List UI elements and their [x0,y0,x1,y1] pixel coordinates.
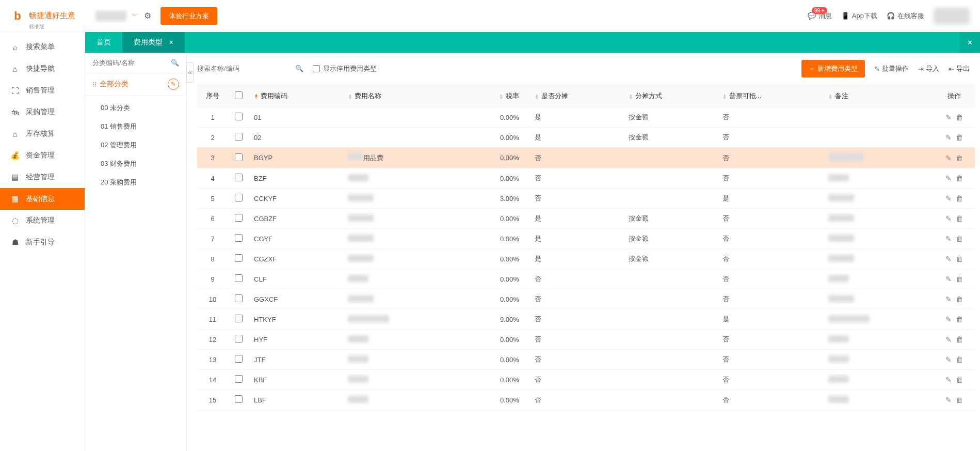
delete-row-icon[interactable]: 🗑 [956,255,963,263]
sidebar-item-3[interactable]: 🛍采购管理 [0,101,85,123]
add-expense-type-button[interactable]: ＋ 新增费用类型 [801,60,865,77]
row-checkbox[interactable] [235,395,243,403]
edit-row-icon[interactable]: ✎ [945,396,952,404]
col-rate[interactable]: ▲▼税率 [453,85,529,107]
col-allocate[interactable]: ▲▼是否分摊 [529,85,623,107]
row-checkbox[interactable] [235,234,243,242]
edit-row-icon[interactable]: ✎ [945,295,952,303]
gear-icon[interactable]: ⚙ [144,11,151,21]
batch-operations-link[interactable]: ✎批量操作 [874,64,909,73]
delete-row-icon[interactable]: 🗑 [956,315,963,323]
edit-row-icon[interactable]: ✎ [945,275,952,283]
table-row[interactable]: 1010.00%是按金额否✎🗑 [197,107,975,128]
table-row[interactable]: 5CCKYF3.00%否是✎🗑 [197,189,975,209]
delete-row-icon[interactable]: 🗑 [956,214,963,223]
delete-row-icon[interactable]: 🗑 [956,355,963,364]
sidebar-item-9[interactable]: ☗新手引导 [0,231,85,253]
edit-row-icon[interactable]: ✎ [945,376,952,384]
row-checkbox[interactable] [235,133,243,141]
delete-row-icon[interactable]: 🗑 [956,174,963,182]
table-row[interactable]: 13JTF0.00%否否✎🗑 [197,350,975,370]
all-categories[interactable]: ⁝⁝ 全部分类 [92,80,128,89]
row-checkbox[interactable] [235,194,243,201]
edit-row-icon[interactable]: ✎ [945,315,952,323]
messages-link[interactable]: 💬 消息 99 + [808,11,832,21]
col-method[interactable]: ▲▼分摊方式 [623,85,717,107]
row-checkbox[interactable] [235,174,243,181]
sidebar-item-7[interactable]: ▦基础信息 [0,188,85,210]
tab-1[interactable]: 费用类型✕ [122,32,185,53]
user-avatar-redacted[interactable] [934,8,970,24]
category-item-2[interactable]: 02 管理费用 [85,136,186,154]
edit-row-icon[interactable]: ✎ [945,133,952,142]
sidebar-item-4[interactable]: ⌂库存核算 [0,123,85,145]
edit-row-icon[interactable]: ✎ [945,255,952,263]
row-checkbox[interactable] [235,375,243,383]
edit-row-icon[interactable]: ✎ [945,235,952,243]
trial-button[interactable]: 体验行业方案 [160,7,217,25]
edit-row-icon[interactable]: ✎ [945,335,952,344]
sidebar-item-1[interactable]: ⌂快捷导航 [0,58,85,80]
edit-row-icon[interactable]: ✎ [945,154,952,162]
org-selector[interactable]: ﹀ [95,11,138,21]
sidebar-item-6[interactable]: ▤经营管理 [0,166,85,188]
support-link[interactable]: 🎧 在线客服 [887,11,924,21]
table-row[interactable]: 6CGBZF0.00%是按金额否✎🗑 [197,209,975,229]
sidebar-item-5[interactable]: 💰资金管理 [0,145,85,166]
table-row[interactable]: 8CGZXF0.00%是按金额否✎🗑 [197,249,975,269]
delete-row-icon[interactable]: 🗑 [956,133,963,142]
edit-row-icon[interactable]: ✎ [945,113,952,121]
table-row[interactable]: 12HYF0.00%否否✎🗑 [197,330,975,350]
table-row[interactable]: 3BGYP用品费0.00%否否✎🗑 [197,148,975,168]
close-icon[interactable]: ✕ [169,39,173,46]
table-row[interactable]: 10GGXCF0.00%否否✎🗑 [197,289,975,309]
row-checkbox[interactable] [235,335,243,343]
select-all-checkbox[interactable] [235,91,243,99]
delete-row-icon[interactable]: 🗑 [956,275,963,283]
table-row[interactable]: 14KBF0.00%否否✎🗑 [197,370,975,390]
col-remark[interactable]: ▲▼备注 [823,85,934,107]
category-item-4[interactable]: 20 采购费用 [85,173,186,192]
import-link[interactable]: ⇥导入 [918,64,939,73]
sidebar-item-8[interactable]: ◌系统管理 [0,210,85,231]
show-disabled-checkbox[interactable]: 显示停用费用类型 [313,64,377,73]
delete-row-icon[interactable]: 🗑 [956,376,963,384]
delete-row-icon[interactable]: 🗑 [956,113,963,121]
table-row[interactable]: 2020.00%是按金额否✎🗑 [197,128,975,148]
category-item-3[interactable]: 03 财务费用 [85,154,186,173]
delete-row-icon[interactable]: 🗑 [956,396,963,404]
col-select-all[interactable] [228,85,249,107]
edit-category-button[interactable]: ✎ [168,79,179,90]
sidebar-item-0[interactable]: ⌕搜索菜单 [0,36,85,58]
row-checkbox[interactable] [235,315,243,322]
row-checkbox[interactable] [235,214,243,222]
delete-row-icon[interactable]: 🗑 [956,295,963,303]
category-item-1[interactable]: 01 销售费用 [85,117,186,136]
col-code[interactable]: ▲▼费用编码 [249,85,343,107]
table-row[interactable]: 9CLF0.00%否否✎🗑 [197,269,975,289]
edit-row-icon[interactable]: ✎ [945,174,952,182]
row-checkbox[interactable] [235,274,243,282]
category-item-0[interactable]: 00 未分类 [85,99,186,117]
delete-row-icon[interactable]: 🗑 [956,194,963,203]
row-checkbox[interactable] [235,355,243,363]
table-row[interactable]: 15LBF0.00%否否✎🗑 [197,390,975,410]
search-icon[interactable]: 🔍 [295,65,303,72]
edit-row-icon[interactable]: ✎ [945,214,952,223]
tab-0[interactable]: 首页 [85,32,122,53]
category-search-input[interactable] [92,59,179,67]
show-disabled-input[interactable] [313,65,320,72]
table-row[interactable]: 11HTKYF9.00%否是✎🗑 [197,309,975,330]
col-name[interactable]: ▲▼费用名称 [343,85,453,107]
close-all-tabs[interactable]: ✕ [959,32,980,53]
row-checkbox[interactable] [235,153,243,161]
table-search-input[interactable] [197,63,290,75]
row-checkbox[interactable] [235,254,243,262]
export-link[interactable]: ⇤导出 [949,64,970,73]
row-checkbox[interactable] [235,294,243,302]
col-deduct[interactable]: ▲▼普票可抵... [717,85,823,107]
delete-row-icon[interactable]: 🗑 [956,335,963,344]
edit-row-icon[interactable]: ✎ [945,194,952,203]
table-row[interactable]: 4BZF0.00%否否✎🗑 [197,168,975,189]
delete-row-icon[interactable]: 🗑 [956,154,963,162]
